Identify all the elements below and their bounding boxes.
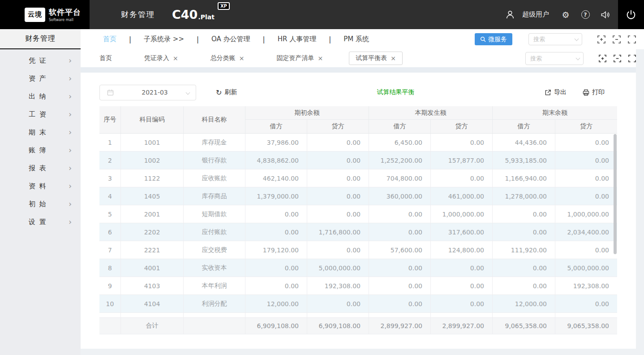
- tab-close-icon[interactable]: ×: [391, 55, 396, 62]
- cell-amount: 0.00: [493, 259, 555, 277]
- cell-code: 1405: [121, 187, 184, 205]
- period-select[interactable]: 2021-03: [99, 85, 196, 100]
- sidebar-item-9[interactable]: 初 始›: [0, 195, 81, 213]
- cell-amount: 0.00: [245, 205, 307, 223]
- module-title-tab[interactable]: 财务管理: [0, 29, 81, 49]
- nav-row: 财务管理 首页|子系统录 >>|OA 办公管理|HR 人事管理|PM 系统 微服…: [0, 29, 644, 49]
- sidebar-item-5[interactable]: 期 末›: [0, 123, 81, 141]
- nav-item-4[interactable]: HR 人事管理: [265, 35, 329, 43]
- cell-seq: 2: [99, 152, 121, 169]
- cell-code: 1002: [121, 152, 184, 169]
- cell-amount: 0.00: [493, 277, 555, 294]
- chevron-right-icon: ›: [69, 218, 72, 226]
- chevron-right-icon: ›: [69, 93, 72, 100]
- calendar-icon: [107, 89, 114, 96]
- cell-amount: 6,450.00: [369, 134, 431, 151]
- col-header-credit: 贷方: [555, 120, 617, 133]
- trial-balance-table: 序号 科目编码 科目名称 期初余额 本期发生额 期末余额 借方 贷方 借方 贷方…: [99, 106, 617, 334]
- cell-name: 应交税费: [184, 241, 245, 259]
- cell-amount: 0.00: [307, 134, 369, 151]
- minimize-minus-icon[interactable]: [613, 35, 621, 43]
- tab-label: 总分类账: [210, 54, 236, 62]
- tab-close-icon[interactable]: ×: [239, 55, 245, 62]
- sidebar-item-3[interactable]: 出 纳›: [0, 87, 81, 105]
- sidebar-item-6[interactable]: 账 簿›: [0, 141, 81, 159]
- sidebar-item-7[interactable]: 报 表›: [0, 159, 81, 177]
- sidebar: 凭 证›资 产›出 纳›工 资›期 末›账 簿›报 表›资 料›初 始›设 置›: [0, 49, 81, 355]
- col-header-code: 科目编码: [121, 106, 184, 133]
- sidebar-item-4[interactable]: 工 资›: [0, 105, 81, 123]
- tab-3[interactable]: 总分类账×: [204, 52, 251, 65]
- cell-amount: 0.00: [307, 152, 369, 169]
- sidebar-item-10[interactable]: 设 置›: [0, 213, 81, 231]
- cell-code: 4104: [121, 295, 184, 312]
- workspace-search-input[interactable]: [525, 52, 584, 65]
- cell-amount: 317,600.00: [431, 223, 493, 241]
- sidebar-item-8[interactable]: 资 料›: [0, 177, 81, 195]
- nav-item-1[interactable]: 首页: [90, 35, 129, 43]
- cell-amount: 12,000.00: [493, 295, 555, 312]
- tab-5[interactable]: 试算平衡表×: [349, 52, 403, 65]
- tab-1[interactable]: 首页: [93, 52, 118, 65]
- cell-seq: 5: [99, 205, 121, 223]
- cell-amount: 0.00: [369, 277, 431, 294]
- nav-item-3[interactable]: OA 办公管理: [199, 35, 263, 43]
- main-content: 2021-03 ↻ 刷新 试算结果平衡 导出 打印 序号 科目编码 科目名称 期…: [81, 73, 644, 355]
- cell-seq: 3: [99, 169, 121, 187]
- help-icon[interactable]: ?: [580, 9, 591, 21]
- print-label: 打印: [592, 88, 605, 96]
- refresh-button[interactable]: ↻ 刷新: [216, 88, 237, 97]
- maximize-plus-icon[interactable]: [597, 35, 605, 43]
- cell-amount: 704,800.00: [369, 169, 431, 187]
- cell-name: 实收资本: [184, 259, 245, 277]
- table-row: 84001实收资本0.005,000,000.000.000.000.005,0…: [99, 259, 617, 277]
- col-header-debit: 借方: [493, 120, 555, 133]
- global-search-input[interactable]: [528, 33, 582, 45]
- tab-2[interactable]: 凭证录入×: [138, 52, 185, 65]
- cell-amount: 0.00: [431, 295, 493, 312]
- cell-amount: 0.00: [245, 259, 307, 277]
- sidebar-item-label: 期 末: [29, 128, 47, 137]
- fullscreen-icon[interactable]: [628, 35, 636, 43]
- sidebar-item-label: 初 始: [29, 200, 47, 208]
- sidebar-item-1[interactable]: 凭 证›: [0, 52, 81, 69]
- right-scroll-gutter: [636, 49, 644, 355]
- table-scrollbar-thumb[interactable]: [614, 134, 617, 254]
- cell-amount: 0.00: [369, 205, 431, 223]
- minimize-minus-icon[interactable]: [614, 55, 621, 62]
- logout-power-icon[interactable]: [618, 0, 644, 29]
- export-button[interactable]: 导出: [545, 88, 567, 96]
- settings-gear-icon[interactable]: ⚙: [560, 9, 571, 21]
- nav-item-2[interactable]: 子系统录 >>: [131, 35, 197, 43]
- username[interactable]: 超级用户: [522, 10, 549, 19]
- cell-name: 应收账款: [184, 169, 245, 187]
- cell-amount: 192,308.00: [307, 277, 369, 294]
- sidebar-item-label: 账 簿: [29, 146, 47, 155]
- fullscreen-icon[interactable]: [628, 55, 636, 62]
- cell-amount: 37,986.00: [245, 134, 307, 151]
- cell-amount: 157,877.00: [431, 152, 493, 169]
- microservice-button[interactable]: 微服务: [475, 33, 512, 45]
- sidebar-item-2[interactable]: 资 产›: [0, 69, 81, 87]
- cell-amount: 2,034,400.00: [555, 223, 617, 241]
- tab-4[interactable]: 固定资产清单×: [270, 52, 329, 65]
- col-header-credit: 贷方: [431, 120, 493, 133]
- print-button[interactable]: 打印: [583, 88, 605, 96]
- maximize-plus-icon[interactable]: [599, 55, 606, 62]
- cell-amount: 0.00: [307, 187, 369, 205]
- announcement-speaker-icon[interactable]: [599, 9, 611, 21]
- table-row: 94103本年利润0.00192,308.000.000.000.00192,3…: [99, 277, 617, 295]
- divider-strip: [81, 67, 636, 73]
- cell-amount: 0.00: [431, 169, 493, 187]
- cell-amount: 1,000,000.00: [431, 205, 493, 223]
- table-row: 11001库存现金37,986.000.006,450.000.0044,436…: [99, 134, 617, 152]
- nav-item-5[interactable]: PM 系统: [331, 35, 382, 43]
- top-nav: 首页|子系统录 >>|OA 办公管理|HR 人事管理|PM 系统: [90, 35, 382, 43]
- tab-close-icon[interactable]: ×: [173, 55, 178, 62]
- tab-close-icon[interactable]: ×: [318, 55, 323, 62]
- chevron-right-icon: ›: [69, 57, 72, 65]
- col-header-debit: 借方: [369, 120, 431, 133]
- user-icon[interactable]: [504, 9, 516, 21]
- col-header-name: 科目名称: [184, 106, 245, 133]
- col-header-credit: 贷方: [307, 120, 369, 133]
